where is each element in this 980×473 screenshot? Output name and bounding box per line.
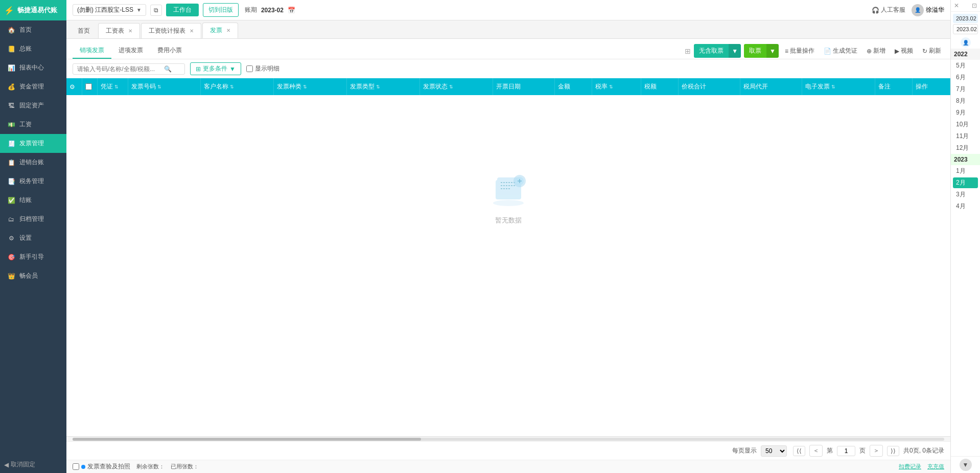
tab-label-1: 工资表 (106, 27, 124, 35)
more-conditions-label: 更多条件 (203, 64, 227, 73)
topbar-right: 🎧 人工客服 👤 徐溢华 (872, 4, 944, 16)
right-panel-close-button[interactable]: ✕ (954, 2, 959, 9)
new-label: 新增 (873, 47, 885, 55)
next-page-button[interactable]: ＞ (870, 445, 883, 457)
month-2-2023[interactable]: 2月 (953, 177, 978, 188)
sidebar-item-归档管理[interactable]: 🗂归档管理 (0, 210, 66, 229)
take-ticket-arrow-button[interactable]: ▼ (766, 44, 779, 58)
sidebar-label-8: 税务管理 (19, 177, 44, 186)
scrollbar-thumb[interactable] (73, 438, 421, 441)
deduction-record-link[interactable]: 扣费记录 (899, 463, 921, 470)
video-button[interactable]: ▶ 视频 (892, 44, 916, 57)
subtab-purchase-invoice[interactable]: 进项发票 (111, 43, 150, 59)
sidebar-item-发票管理[interactable]: 🧾发票管理 (0, 134, 66, 153)
month-6[interactable]: 6月 (951, 72, 980, 83)
sidebar-item-首页[interactable]: 🏠首页 (0, 20, 66, 39)
take-ticket-main-button[interactable]: 取票 (744, 44, 766, 58)
sidebar-item-新手引导[interactable]: 🎯新手引导 (0, 247, 66, 266)
topbar: (勿删) 江西股宝-LSS ▼ ⧉ 工作台 切到旧版 账期 2023-02 📅 … (66, 0, 950, 20)
panel-bottom-arrow[interactable]: ▼ (960, 459, 972, 471)
show-detail-label: 显示明细 (255, 64, 279, 73)
sidebar-icon-8: 📑 (7, 177, 15, 186)
batch-ops-icon: ≡ (785, 48, 788, 55)
copy-button[interactable]: ⧉ (150, 5, 162, 16)
invoice-verify-checkbox-wrap[interactable]: 发票查验及拍照 (73, 462, 130, 471)
tab-close-1[interactable]: ✕ (128, 28, 132, 34)
scrollbar-track[interactable] (73, 438, 944, 441)
no-tax-main-button[interactable]: 无含取票 (694, 44, 729, 58)
tab-发票[interactable]: 发票✕ (202, 22, 238, 38)
invoice-verify-label: 发票查验及拍照 (87, 462, 130, 471)
invoice-verify-checkbox[interactable] (73, 463, 79, 470)
year-month-list: 2022 5月 6月 7月 8月 9月 10月 11月 12月 2023 1月 … (951, 49, 980, 456)
workspace-button[interactable]: 工作台 (166, 4, 199, 16)
sidebar-item-结账[interactable]: ✅结账 (0, 191, 66, 210)
month-1-2023[interactable]: 1月 (951, 165, 980, 177)
sidebar-item-总账[interactable]: 📒总账 (0, 39, 66, 58)
subtab-expense-ticket[interactable]: 费用小票 (150, 43, 189, 59)
right-panel-expand-button[interactable]: ⊡ (972, 2, 977, 9)
batch-ops-button[interactable]: ≡ 批量操作 (782, 44, 818, 57)
refresh-button[interactable]: ↻ 刷新 (919, 44, 944, 57)
new-button[interactable]: ⊕ 新增 (864, 44, 889, 57)
month-4-2023[interactable]: 4月 (951, 200, 980, 212)
current-year-label: 2023 (954, 156, 968, 163)
sidebar-item-报表中心[interactable]: 📊报表中心 (0, 58, 66, 77)
sidebar-item-税务管理[interactable]: 📑税务管理 (0, 172, 66, 191)
period-calendar-icon[interactable]: 📅 (288, 7, 295, 14)
sidebar-item-进销台账[interactable]: 📋进销台账 (0, 153, 66, 172)
sidebar-label-12: 新手引导 (19, 253, 44, 261)
date-item-2023-02-top[interactable]: 2023.02 (953, 14, 978, 23)
recharge-link[interactable]: 充充值 (927, 463, 944, 470)
prev-page-button[interactable]: ＜ (809, 445, 823, 457)
collapse-icon: ◀ (4, 461, 9, 468)
settings-icon[interactable]: ⚙ (69, 83, 75, 91)
date-item-2023-02-second[interactable]: 2023.02 (953, 24, 978, 34)
sidebar-icon-2: 📊 (7, 64, 15, 72)
show-detail-checkbox-wrap[interactable]: 显示明细 (246, 64, 279, 73)
sidebar-item-畅会员[interactable]: 👑畅会员 (0, 266, 66, 285)
sidebar-item-工资[interactable]: 💵工资 (0, 115, 66, 134)
show-detail-checkbox[interactable] (246, 65, 253, 72)
month-8[interactable]: 8月 (951, 95, 980, 107)
month-10[interactable]: 10月 (951, 119, 980, 130)
month-7[interactable]: 7月 (951, 83, 980, 95)
tab-工资统计报表[interactable]: 工资统计报表✕ (141, 23, 201, 38)
headset-icon: 🎧 (872, 7, 879, 14)
page-input[interactable] (837, 446, 855, 456)
month-11[interactable]: 11月 (951, 130, 980, 142)
tab-首页[interactable]: 首页 (71, 24, 97, 38)
tab-close-2[interactable]: ✕ (190, 28, 194, 34)
sidebar-collapse-btn[interactable]: ◀ 取消固定 (0, 456, 66, 473)
company-selector[interactable]: (勿删) 江西股宝-LSS ▼ (73, 4, 146, 16)
search-icon[interactable]: 🔍 (164, 65, 172, 73)
user-menu[interactable]: 👤 徐溢华 (912, 4, 944, 16)
subtab-sales-invoice[interactable]: 销项发票 (73, 43, 111, 59)
per-page-select[interactable]: 50 10 20 100 (761, 445, 787, 457)
select-all-checkbox[interactable] (85, 83, 92, 90)
search-input[interactable] (77, 65, 164, 73)
no-tax-arrow-button[interactable]: ▼ (729, 44, 741, 58)
period-label: 账期 (245, 6, 257, 14)
sidebar-item-资金管理[interactable]: 💰资金管理 (0, 77, 66, 96)
filter-bar: 🔍 ⊞ 更多条件 ▼ 显示明细 (66, 59, 950, 78)
sidebar-item-固定资产[interactable]: 🏗固定资产 (0, 96, 66, 115)
switch-version-button[interactable]: 切到旧版 (203, 3, 239, 17)
tab-close-3[interactable]: ✕ (226, 28, 230, 33)
last-page-button[interactable]: ⟩⟩ (887, 446, 899, 456)
sidebar-item-设置[interactable]: ⚙设置 (0, 229, 66, 247)
sidebar-label-13: 畅会员 (19, 272, 38, 280)
month-9[interactable]: 9月 (951, 107, 980, 119)
first-page-button[interactable]: ⟨⟨ (793, 446, 805, 456)
invoice-category-sort-icon: ⇅ (376, 84, 380, 89)
more-conditions-button[interactable]: ⊞ 更多条件 ▼ (190, 62, 241, 75)
tax-rate-sort-icon: ⇅ (609, 84, 613, 89)
horizontal-scrollbar[interactable] (66, 436, 950, 441)
month-12[interactable]: 12月 (951, 142, 980, 154)
tab-工资表[interactable]: 工资表✕ (98, 23, 140, 38)
month-3-2023[interactable]: 3月 (951, 189, 980, 200)
customer-service[interactable]: 🎧 人工客服 (872, 6, 905, 14)
company-dropdown-icon: ▼ (136, 7, 142, 13)
generate-voucher-button[interactable]: 📄 生成凭证 (821, 44, 860, 57)
month-5[interactable]: 5月 (951, 60, 980, 72)
